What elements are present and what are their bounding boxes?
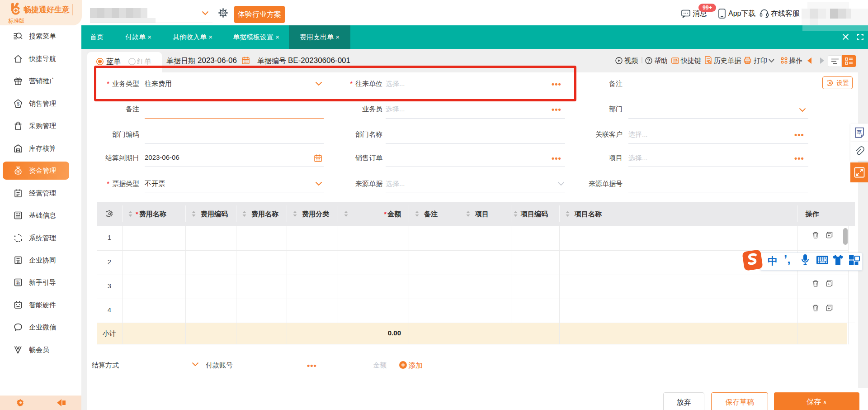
svg-text:新: 新 bbox=[16, 280, 20, 285]
svg-text:$: $ bbox=[17, 101, 19, 106]
svg-text:草: 草 bbox=[857, 129, 862, 135]
